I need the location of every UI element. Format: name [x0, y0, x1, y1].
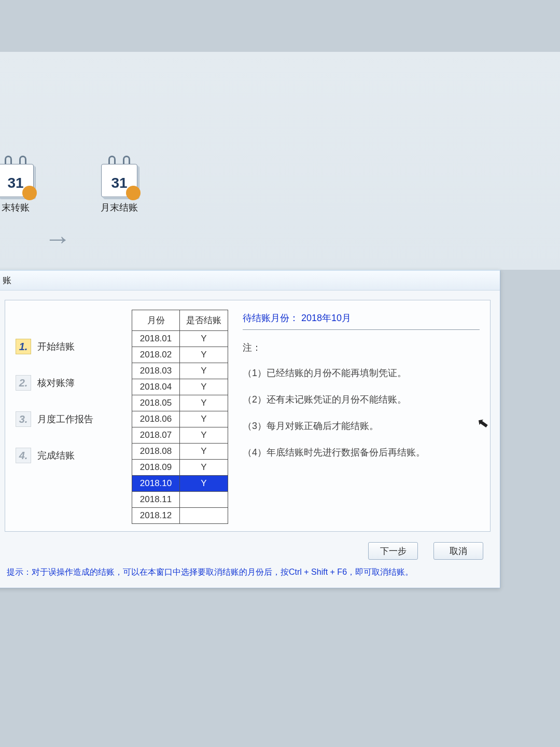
calendar-icon: 31 [101, 161, 137, 197]
note-line: （1）已经结账的月份不能再填制凭证。 [243, 366, 480, 380]
cell-flag: Y [180, 427, 228, 444]
col-month: 月份 [132, 310, 180, 331]
step-number-icon: 3. [16, 411, 31, 427]
cell-flag: Y [180, 379, 228, 395]
step-item[interactable]: 4.完成结账 [13, 437, 122, 474]
cell-month: 2018.01 [132, 331, 180, 347]
table-row[interactable]: 2018.09Y [132, 460, 228, 476]
arrow-right-icon: → [44, 223, 71, 254]
cell-month: 2018.10 [132, 476, 180, 492]
desktop-icon-label: 月末结账 [88, 201, 150, 214]
desktop-icon-month-close[interactable]: 31 月末结账 [88, 161, 150, 214]
month-close-dialog: 账 1.开始结账2.核对账簿3.月度工作报告4.完成结账 月份 是否结账 201… [0, 270, 500, 588]
next-button[interactable]: 下一步 [368, 542, 418, 560]
cell-month: 2018.07 [132, 427, 180, 444]
desktop-icon-label: 末转账 [0, 201, 47, 214]
step-label: 核对账簿 [37, 377, 75, 389]
notes-header: 注： [243, 341, 480, 354]
cell-month: 2018.11 [132, 492, 180, 508]
cell-flag [180, 492, 228, 508]
pending-label: 待结账月份： [243, 313, 299, 323]
cell-month: 2018.06 [132, 411, 180, 427]
cell-month: 2018.04 [132, 379, 180, 395]
desktop-area: 31 末转账 → 31 月末结账 [0, 52, 560, 270]
cell-month: 2018.02 [132, 347, 180, 363]
table-row[interactable]: 2018.07Y [132, 427, 228, 444]
dialog-footer: 下一步 取消 提示：对于误操作造成的结账，可以在本窗口中选择要取消结账的月份后，… [0, 537, 500, 588]
table-row[interactable]: 2018.08Y [132, 444, 228, 460]
cell-flag: Y [180, 476, 228, 492]
calendar-icon: 31 [0, 161, 34, 197]
cell-flag: Y [180, 395, 228, 411]
step-label: 完成结账 [37, 449, 75, 462]
cell-flag: Y [180, 444, 228, 460]
pending-month: 待结账月份： 2018年10月 [243, 312, 480, 330]
cancel-button[interactable]: 取消 [433, 542, 483, 560]
step-item[interactable]: 2.核对账簿 [13, 365, 122, 401]
table-row[interactable]: 2018.06Y [132, 411, 228, 427]
dialog-inner: 1.开始结账2.核对账簿3.月度工作报告4.完成结账 月份 是否结账 2018.… [5, 300, 491, 532]
note-line: （3）每月对账正确后才能结账。 [243, 419, 480, 433]
note-line: （2）还有未记账凭证的月份不能结账。 [243, 393, 480, 407]
cell-flag: Y [180, 347, 228, 363]
table-row[interactable]: 2018.01Y [132, 331, 228, 347]
step-number-icon: 4. [16, 448, 31, 463]
cell-month: 2018.09 [132, 460, 180, 476]
step-nav: 1.开始结账2.核对账簿3.月度工作报告4.完成结账 [13, 310, 122, 524]
table-row[interactable]: 2018.02Y [132, 347, 228, 363]
dialog-title: 账 [0, 271, 500, 290]
cell-month: 2018.08 [132, 444, 180, 460]
info-panel: 待结账月份： 2018年10月 注： （1）已经结账的月份不能再填制凭证。（2）… [237, 310, 482, 524]
cell-flag: Y [180, 363, 228, 379]
table-row[interactable]: 2018.05Y [132, 395, 228, 411]
desktop-icon-transfer[interactable]: 31 末转账 [0, 161, 47, 214]
pending-value: 2018年10月 [301, 313, 351, 323]
cell-flag: Y [180, 411, 228, 427]
step-item[interactable]: 1.开始结账 [13, 328, 122, 365]
table-row[interactable]: 2018.12 [132, 508, 228, 524]
cell-flag: Y [180, 460, 228, 476]
cell-flag: Y [180, 331, 228, 347]
col-flag: 是否结账 [180, 310, 228, 331]
step-item[interactable]: 3.月度工作报告 [13, 401, 122, 437]
cell-flag [180, 508, 228, 524]
hint-text: 提示：对于误操作造成的结账，可以在本窗口中选择要取消结账的月份后，按Ctrl +… [5, 565, 491, 584]
step-label: 月度工作报告 [37, 413, 93, 425]
table-row[interactable]: 2018.04Y [132, 379, 228, 395]
step-number-icon: 1. [16, 339, 31, 354]
cell-month: 2018.05 [132, 395, 180, 411]
note-line: （4）年底结账时先进行数据备份后再结账。 [243, 446, 480, 460]
table-row[interactable]: 2018.03Y [132, 363, 228, 379]
cell-month: 2018.03 [132, 363, 180, 379]
month-table: 月份 是否结账 2018.01Y2018.02Y2018.03Y2018.04Y… [132, 310, 228, 524]
step-number-icon: 2. [16, 375, 31, 391]
step-label: 开始结账 [37, 340, 75, 353]
table-row[interactable]: 2018.10Y [132, 476, 228, 492]
cell-month: 2018.12 [132, 508, 180, 524]
table-row[interactable]: 2018.11 [132, 492, 228, 508]
